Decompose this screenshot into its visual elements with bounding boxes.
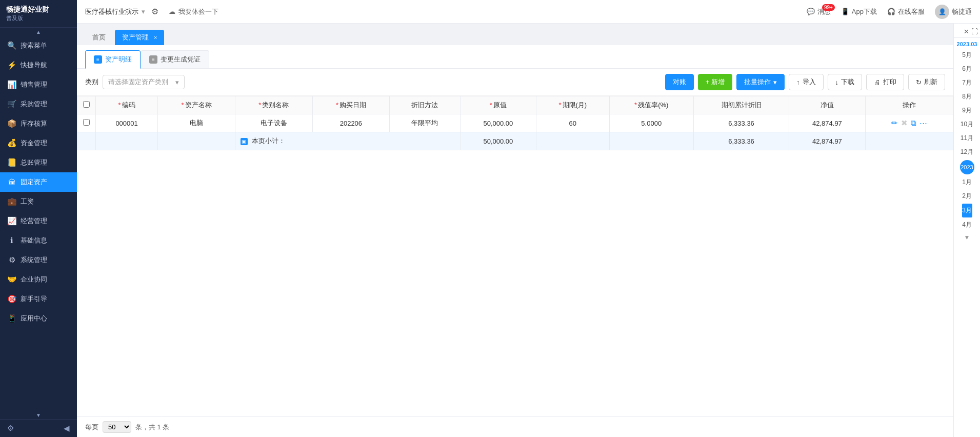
month-item[interactable]: 11月 xyxy=(960,131,974,145)
message-icon: 💬 xyxy=(807,8,815,15)
sidebar-item-enterprise[interactable]: 🤝企业协同 xyxy=(0,270,77,289)
sidebar-item-app-center[interactable]: 📱应用中心 xyxy=(0,309,77,328)
sidebar-label-search: 搜索菜单 xyxy=(21,41,47,50)
th-initial-accumulated: 期初累计折旧 xyxy=(693,96,789,114)
experience-button[interactable]: ☁ 我要体验一下 xyxy=(169,7,218,16)
month-item[interactable]: 3月 xyxy=(962,204,972,217)
batch-label: 批量操作 xyxy=(744,77,771,87)
sidebar-item-funds[interactable]: 💰资金管理 xyxy=(0,133,77,153)
print-button[interactable]: 🖨 打印 xyxy=(866,74,904,90)
month-item[interactable]: 7月 xyxy=(960,76,974,90)
import-icon: ↑ xyxy=(796,78,800,86)
sidebar-label-payroll: 工资 xyxy=(21,197,34,206)
panel-scroll-down-icon[interactable]: ▼ xyxy=(964,232,970,243)
online-service-button[interactable]: 🎧 在线客服 xyxy=(887,7,925,16)
category-filter-placeholder: 请选择固定资产类别 xyxy=(108,77,168,87)
company-selector[interactable]: 医疗器械行业演示 ▾ xyxy=(85,7,145,16)
month-item[interactable]: 10月 xyxy=(960,117,974,131)
import-button[interactable]: ↑ 导入 xyxy=(789,74,824,90)
cell-net-value: 42,874.97 xyxy=(789,114,865,132)
sub-tabs: ≡ 资产明细 ≡ 变更生成凭证 xyxy=(77,45,953,69)
sidebar-menu: 🔍搜索菜单⚡快捷导航📊销售管理🛒采购管理📦库存核算💰资金管理📒总账管理🏛固定资产… xyxy=(0,36,77,411)
sidebar-item-quick-nav[interactable]: ⚡快捷导航 xyxy=(0,55,77,75)
sidebar-item-payroll[interactable]: 💼工资 xyxy=(0,192,77,211)
funds-icon: 💰 xyxy=(7,138,16,148)
tab-close-icon[interactable]: × xyxy=(154,34,157,41)
sidebar-label-basic-info: 基础信息 xyxy=(21,236,47,245)
settings-icon[interactable]: ⚙ xyxy=(7,424,14,433)
sidebar-item-sales[interactable]: 📊销售管理 xyxy=(0,75,77,94)
table-body: 000001 电脑 电子设备 202206 年限平均 50,000.00 60 … xyxy=(77,114,953,150)
subtab-change-voucher[interactable]: ≡ 变更生成凭证 xyxy=(141,50,209,68)
tab-asset-management[interactable]: 资产管理 × xyxy=(115,30,164,45)
app-download-button[interactable]: 📱 App下载 xyxy=(841,7,877,16)
system-icon: ⚙ xyxy=(7,255,16,265)
batch-button[interactable]: 批量操作 ▾ xyxy=(736,74,785,90)
sidebar-scroll-down[interactable]: ▼ xyxy=(0,411,77,419)
edit-icon[interactable]: ✏ xyxy=(891,118,898,128)
reconcile-button[interactable]: 对账 xyxy=(665,74,694,90)
th-checkbox xyxy=(77,96,96,114)
th-original-value: *原值 xyxy=(460,96,536,114)
batch-chevron-icon: ▾ xyxy=(773,78,777,86)
right-panel-close-icon[interactable]: ✕ xyxy=(964,28,969,35)
refresh-icon: ↻ xyxy=(916,78,922,86)
right-panel-expand-icon[interactable]: ⛶ xyxy=(971,28,978,35)
sidebar-item-basic-info[interactable]: ℹ基础信息 xyxy=(0,231,77,250)
month-item[interactable]: 9月 xyxy=(960,104,974,117)
company-settings-icon[interactable]: ⚙ xyxy=(151,7,158,16)
month-item[interactable]: 1月 xyxy=(960,175,974,189)
table-row: 000001 电脑 电子设备 202206 年限平均 50,000.00 60 … xyxy=(77,114,953,132)
download-icon: 📱 xyxy=(841,8,849,15)
subtotal-initial-accumulated: 6,333.36 xyxy=(693,132,789,150)
experience-label: 我要体验一下 xyxy=(178,7,218,16)
refresh-label: 刷新 xyxy=(924,77,937,87)
user-profile-button[interactable]: 👤 畅捷通 xyxy=(935,5,972,19)
year-highlight[interactable]: 2023 xyxy=(960,160,974,174)
th-purchase-date: *购买日期 xyxy=(312,96,390,114)
sidebar-item-general-ledger[interactable]: 📒总账管理 xyxy=(0,153,77,172)
category-filter-select[interactable]: 请选择固定资产类别 ▾ xyxy=(103,75,185,89)
basic-info-icon: ℹ xyxy=(7,236,16,245)
purchase-icon: 🛒 xyxy=(7,100,16,109)
download-button[interactable]: ↓ 下载 xyxy=(828,74,863,90)
per-page-select[interactable]: 102050100 xyxy=(103,421,131,433)
sidebar-item-purchase[interactable]: 🛒采购管理 xyxy=(0,94,77,114)
sidebar-label-system: 系统管理 xyxy=(21,255,47,265)
month-item[interactable]: 5月 xyxy=(960,48,974,62)
subtotal-empty4 xyxy=(536,132,610,150)
sidebar-item-fixed-assets[interactable]: 🏛固定资产 xyxy=(0,172,77,192)
subtotal-label: 本页小计： xyxy=(252,137,285,145)
sidebar-item-inventory[interactable]: 📦库存核算 xyxy=(0,114,77,133)
subtab-asset-detail[interactable]: ≡ 资产明细 xyxy=(85,50,141,69)
th-residual-rate: *残值率(%) xyxy=(609,96,693,114)
sidebar-scroll-up[interactable]: ▲ xyxy=(0,28,77,36)
more-icon[interactable]: ⋯ xyxy=(919,118,927,128)
enterprise-icon: 🤝 xyxy=(7,275,16,284)
tab-home[interactable]: 首页 xyxy=(85,30,113,45)
month-item[interactable]: 12月 xyxy=(960,145,974,159)
collapse-icon[interactable]: ◀ xyxy=(64,424,70,433)
subtotal-original-value: 50,000.00 xyxy=(460,132,536,150)
month-item[interactable]: 6月 xyxy=(960,62,974,76)
month-item[interactable]: 8月 xyxy=(960,90,974,104)
month-item[interactable]: 2月 xyxy=(960,189,974,203)
month-item[interactable]: 4月 xyxy=(960,218,974,232)
sidebar-item-guide[interactable]: 🎯新手引导 xyxy=(0,289,77,309)
sidebar-label-purchase: 采购管理 xyxy=(21,100,47,109)
delete-icon[interactable]: ✖ xyxy=(901,118,908,128)
year-label[interactable]: 2023.03 xyxy=(957,38,977,48)
sidebar-label-guide: 新手引导 xyxy=(21,294,47,304)
sidebar-item-operations[interactable]: 📈经营管理 xyxy=(0,211,77,231)
sidebar-item-system[interactable]: ⚙系统管理 xyxy=(0,250,77,270)
refresh-button[interactable]: ↻ 刷新 xyxy=(908,74,945,90)
total-text: 条，共 1 条 xyxy=(135,423,169,432)
sidebar-item-search[interactable]: 🔍搜索菜单 xyxy=(0,36,77,55)
new-button[interactable]: + 新增 xyxy=(698,74,732,90)
copy-icon[interactable]: ⧉ xyxy=(911,118,916,128)
payroll-icon: 💼 xyxy=(7,197,16,206)
select-all-checkbox[interactable] xyxy=(83,101,90,108)
message-button[interactable]: 💬 消息 99+ xyxy=(807,7,831,16)
row-checkbox-0[interactable] xyxy=(83,119,90,126)
toolbar: 类别 请选择固定资产类别 ▾ 对账 + 新增 xyxy=(77,69,953,96)
